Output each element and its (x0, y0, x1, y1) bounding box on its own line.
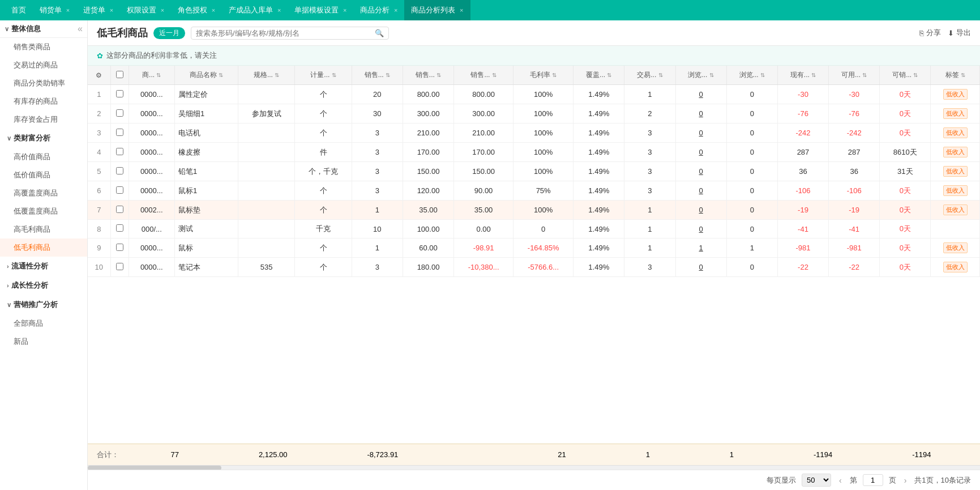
col-browse2[interactable]: 浏览... ⇅ (726, 66, 777, 85)
prev-page-button[interactable]: ‹ (837, 475, 844, 486)
row-checkbox-cell[interactable] (110, 85, 129, 104)
row-browse1[interactable]: 0 (675, 201, 726, 220)
col-current[interactable]: 现有... ⇅ (777, 66, 828, 85)
col-sales-price[interactable]: 销售... ⇅ (403, 66, 453, 85)
col-tag[interactable]: 标签 ⇅ (931, 66, 980, 85)
nav-home[interactable]: 首页 (5, 0, 33, 20)
col-saleable[interactable]: 可销... ⇅ (880, 66, 931, 85)
col-trade[interactable]: 交易... ⇅ (624, 66, 675, 85)
nav-product-analysis[interactable]: 商品分析 × (353, 0, 404, 20)
row-browse1[interactable]: 0 (675, 258, 726, 277)
row-browse1[interactable]: 0 (675, 85, 726, 104)
sidebar-item-new-goods[interactable]: 新品 (0, 333, 87, 351)
browse1-link[interactable]: 0 (699, 148, 703, 156)
browse1-link[interactable]: 0 (699, 225, 703, 233)
row-checkbox[interactable] (116, 148, 123, 155)
nav-product-analysis-list[interactable]: 商品分析列表 × (404, 0, 470, 20)
page-size-select[interactable]: 50 100 200 (802, 474, 831, 487)
browse1-link[interactable]: 0 (699, 109, 703, 118)
sidebar-item-low-value[interactable]: 低价值商品 (0, 166, 87, 184)
sidebar-item-stock-goods[interactable]: 有库存的商品 (0, 92, 87, 110)
col-code[interactable]: 商... ⇅ (129, 66, 175, 85)
col-available[interactable]: 可用... ⇅ (829, 66, 880, 85)
browse1-link[interactable]: 0 (699, 206, 703, 214)
nav-role[interactable]: 角色授权 × (171, 0, 222, 20)
row-checkbox[interactable] (116, 224, 123, 232)
close-icon[interactable]: × (460, 7, 463, 14)
col-browse1[interactable]: 浏览... ⇅ (675, 66, 726, 85)
row-checkbox[interactable] (116, 129, 123, 136)
close-icon[interactable]: × (66, 7, 70, 14)
browse1-link[interactable]: 0 (699, 263, 703, 271)
nav-permission[interactable]: 权限设置 × (120, 0, 171, 20)
close-icon[interactable]: × (110, 7, 113, 14)
row-checkbox-cell[interactable] (110, 143, 129, 162)
col-coverage[interactable]: 覆盖... ⇅ (574, 66, 624, 85)
sidebar-item-low-coverage[interactable]: 低覆盖度商品 (0, 202, 87, 220)
sidebar-item-stock-capital[interactable]: 库存资金占用 (0, 110, 87, 129)
row-checkbox[interactable] (116, 109, 123, 117)
row-checkbox-cell[interactable] (110, 258, 129, 277)
share-button[interactable]: ⎘ 分享 (919, 28, 941, 38)
row-checkbox-cell[interactable] (110, 162, 129, 181)
browse1-link[interactable]: 1 (699, 244, 703, 252)
row-browse1[interactable]: 1 (675, 238, 726, 258)
nav-template[interactable]: 单据模板设置 × (288, 0, 353, 20)
row-checkbox[interactable] (116, 206, 123, 213)
export-button[interactable]: ⬇ 导出 (948, 28, 971, 38)
select-all-checkbox[interactable] (116, 71, 123, 78)
close-icon[interactable]: × (394, 7, 397, 14)
filter-recent-month-button[interactable]: 近一月 (153, 27, 185, 39)
sidebar-group-flow[interactable]: › 流通性分析 (0, 257, 87, 276)
page-number-input[interactable] (863, 474, 883, 486)
row-checkbox-cell[interactable] (110, 220, 129, 238)
sidebar-group-marketing[interactable]: ∨ 营销推广分析 (0, 295, 87, 314)
col-settings[interactable]: ⚙ (88, 66, 110, 85)
row-browse1[interactable]: 0 (675, 123, 726, 143)
search-icon[interactable]: 🔍 (375, 29, 384, 37)
nav-product-in[interactable]: 产成品入库单 × (222, 0, 288, 20)
search-input[interactable] (196, 29, 375, 37)
row-checkbox-cell[interactable] (110, 181, 129, 201)
row-checkbox-cell[interactable] (110, 104, 129, 123)
browse1-link[interactable]: 0 (699, 167, 703, 176)
browse1-link[interactable]: 0 (699, 129, 703, 137)
row-browse1[interactable]: 0 (675, 162, 726, 181)
row-checkbox-cell[interactable] (110, 238, 129, 258)
sidebar-group-overall[interactable]: ∨ 整体信息 (5, 24, 41, 34)
col-gross-rate[interactable]: 毛利率 ⇅ (513, 66, 574, 85)
sidebar-item-low-profit[interactable]: 低毛利商品 (0, 238, 87, 257)
row-browse1[interactable]: 0 (675, 181, 726, 201)
sidebar-item-traded-goods[interactable]: 交易过的商品 (0, 56, 87, 74)
row-checkbox[interactable] (116, 244, 123, 251)
sidebar-item-high-coverage[interactable]: 高覆盖度商品 (0, 184, 87, 202)
row-checkbox[interactable] (116, 263, 123, 270)
sidebar-item-high-profit[interactable]: 高毛利商品 (0, 220, 87, 238)
browse1-link[interactable]: 0 (699, 90, 703, 99)
close-icon[interactable]: × (343, 7, 346, 14)
close-icon[interactable]: × (161, 7, 164, 14)
close-icon[interactable]: × (212, 7, 215, 14)
sidebar-collapse-button[interactable]: « (78, 24, 83, 34)
col-spec[interactable]: 规格... ⇅ (238, 66, 294, 85)
sidebar-item-sales-goods[interactable]: 销售类商品 (0, 38, 87, 56)
col-sales-amount[interactable]: 销售... ⇅ (454, 66, 513, 85)
col-checkbox[interactable] (110, 66, 129, 85)
row-checkbox-cell[interactable] (110, 123, 129, 143)
sidebar-group-wealth[interactable]: ∨ 类财富分析 (0, 129, 87, 148)
col-name[interactable]: 商品名称 ⇅ (175, 66, 238, 85)
sidebar-item-all-goods[interactable]: 全部商品 (0, 314, 87, 333)
row-checkbox-cell[interactable] (110, 201, 129, 220)
close-icon[interactable]: × (277, 7, 281, 14)
sidebar-item-high-value[interactable]: 高价值商品 (0, 148, 87, 166)
next-page-button[interactable]: › (902, 475, 909, 486)
nav-purchase[interactable]: 进货单 × (76, 0, 120, 20)
table-container[interactable]: ⚙ 商... ⇅ 商品名称 ⇅ 规格... ⇅ 计量... ⇅ 销售... ⇅ … (88, 66, 980, 444)
sidebar-group-growth[interactable]: › 成长性分析 (0, 276, 87, 295)
browse1-link[interactable]: 0 (699, 186, 703, 195)
row-browse1[interactable]: 0 (675, 104, 726, 123)
col-unit[interactable]: 计量... ⇅ (295, 66, 352, 85)
row-checkbox[interactable] (116, 90, 123, 97)
horizontal-scrollbar[interactable] (88, 465, 980, 470)
row-browse1[interactable]: 0 (675, 143, 726, 162)
